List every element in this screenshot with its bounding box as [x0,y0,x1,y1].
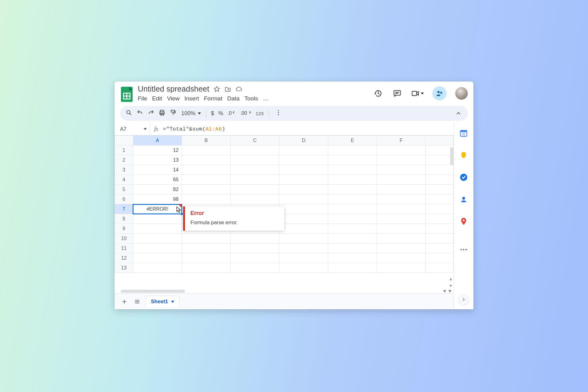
increase-decimal-button[interactable]: .00 [240,111,251,116]
sheets-app-icon[interactable] [120,86,134,103]
tasks-icon[interactable] [459,173,468,182]
select-all-corner[interactable] [115,136,133,145]
column-header-E[interactable]: E [328,136,377,145]
svg-rect-14 [171,110,175,112]
menu-format[interactable]: Format [204,95,222,102]
vertical-scrollbar[interactable] [450,147,453,165]
cell-A5[interactable]: 82 [133,185,182,194]
cell-A1[interactable]: 12 [133,145,182,155]
contacts-icon[interactable] [459,195,468,204]
cloud-status-icon[interactable] [235,85,243,93]
menu-more[interactable]: … [263,95,269,102]
calendar-icon[interactable]: 31 [459,129,468,138]
menu-edit[interactable]: Edit [152,95,162,102]
menu-tools[interactable]: Tools [244,95,258,102]
add-sheet-button[interactable] [120,297,129,306]
cell-C1[interactable] [231,145,279,155]
cell-E1[interactable] [328,145,377,155]
document-title[interactable]: Untitled spreadsheet [138,85,209,93]
svg-point-31 [466,249,467,251]
redo-icon[interactable] [148,109,154,117]
all-sheets-button[interactable] [133,297,141,306]
zoom-value: 100% [181,110,195,117]
search-icon[interactable] [126,109,132,117]
side-panel: 31 [454,123,473,309]
version-history-icon[interactable] [373,88,383,99]
name-box-value: A7 [120,126,126,132]
column-header-D[interactable]: D [279,136,328,145]
column-header-F[interactable]: F [377,136,425,145]
svg-line-10 [130,114,131,115]
horizontal-scrollbar[interactable] [121,290,185,293]
cell-B1[interactable] [182,145,231,155]
format-percent-button[interactable]: % [218,110,223,117]
comments-icon[interactable] [392,88,402,99]
format-number-button[interactable]: 123 [256,111,264,116]
row-header-11[interactable]: 11 [115,243,133,253]
caret-down-icon [421,92,424,95]
column-header-A[interactable]: A [133,136,182,145]
row-header-4[interactable]: 4 [115,175,133,185]
move-icon[interactable] [224,85,232,93]
svg-point-17 [278,114,279,115]
formula-input[interactable]: ="Total"&sum(A1:A6) [162,126,454,132]
row-header-8[interactable]: 8 [115,214,133,224]
column-header-B[interactable]: B [182,136,231,145]
account-avatar[interactable] [455,87,468,100]
row-header-3[interactable]: 3 [115,165,133,175]
cell-A7[interactable]: #ERROR! [133,204,182,214]
row-header-7[interactable]: 7 [115,204,133,214]
undo-icon[interactable] [137,109,143,117]
toolbar: 100% $ % .0 .00 123 [120,106,468,121]
svg-point-8 [437,91,439,93]
menu-insert[interactable]: Insert [184,95,199,102]
cell-A2[interactable]: 13 [133,155,182,165]
row-header-12[interactable]: 12 [115,253,133,263]
paint-format-icon[interactable] [170,109,176,117]
keep-icon[interactable] [459,151,468,160]
column-header-C[interactable]: C [231,136,279,145]
spreadsheet-grid[interactable]: A B C D E F 112 213 314 465 582 698 [115,135,454,293]
menu-file[interactable]: File [138,95,147,102]
scroll-up-icon[interactable]: ▲ [449,277,453,281]
svg-point-29 [461,249,462,251]
addons-more-icon[interactable] [459,245,468,254]
error-tooltip: Error Formula parse error. [183,206,284,231]
menu-view[interactable]: View [167,95,179,102]
print-icon[interactable] [159,109,165,117]
collapse-side-panel-icon[interactable] [458,294,469,305]
error-indicator-icon [178,204,182,208]
sheet-tab-sheet1[interactable]: Sheet1 [146,296,179,307]
format-currency-button[interactable]: $ [211,110,214,117]
cell-A4[interactable]: 65 [133,175,182,185]
zoom-select[interactable]: 100% [181,110,201,117]
sheet-tab-bar: Sheet1 [115,293,454,309]
row-header-5[interactable]: 5 [115,185,133,194]
cell-D1[interactable] [279,145,328,155]
maps-icon[interactable] [459,217,468,226]
cell-F1[interactable] [377,145,425,155]
row-header-1[interactable]: 1 [115,145,133,155]
scroll-right-icon[interactable]: ▶ [448,288,452,293]
cell-A3[interactable]: 14 [133,165,182,175]
decrease-decimal-button[interactable]: .0 [228,111,236,116]
row-header-2[interactable]: 2 [115,155,133,165]
fill-handle[interactable] [180,213,183,215]
column-header-extra[interactable] [425,136,453,145]
collapse-toolbar-icon[interactable] [454,109,462,117]
svg-point-27 [462,197,465,200]
toolbar-more-icon[interactable] [275,109,282,117]
svg-text:31: 31 [462,132,466,136]
row-header-6[interactable]: 6 [115,194,133,204]
row-header-9[interactable]: 9 [115,224,133,234]
menu-data[interactable]: Data [227,95,239,102]
share-button[interactable] [432,86,447,100]
row-header-10[interactable]: 10 [115,234,133,243]
meet-button[interactable] [411,89,424,98]
name-box[interactable]: A7 [115,123,150,135]
scroll-left-icon[interactable]: ◀ [442,288,446,293]
star-icon[interactable] [213,85,221,93]
scroll-down-icon[interactable]: ▼ [449,284,453,288]
cell-A6[interactable]: 98 [133,194,182,204]
row-header-13[interactable]: 13 [115,263,133,273]
